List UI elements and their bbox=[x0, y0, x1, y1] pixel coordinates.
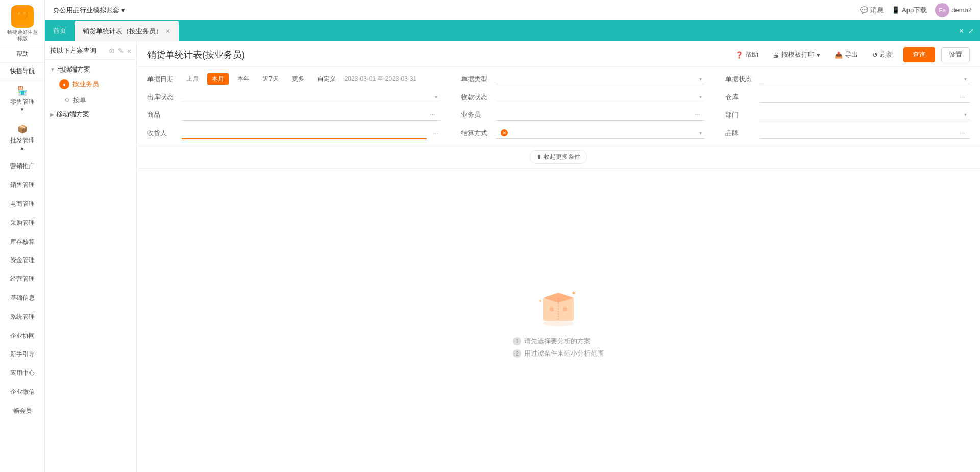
export-label: 导出 bbox=[845, 50, 858, 59]
scheme-salesman-label: 按业务员 bbox=[72, 80, 99, 89]
industry-label: 办公用品行业模拟账套 bbox=[53, 6, 119, 15]
search-menu-label[interactable]: 帮助 bbox=[3, 50, 41, 58]
receipt-status-filter-item: 收款状态 ▾ bbox=[461, 92, 705, 102]
collapse-up-icon: ⬆ bbox=[536, 154, 542, 161]
product-dots[interactable]: ··· bbox=[428, 111, 437, 118]
main-area: 办公用品行业模拟账套 ▾ 💬 消息 📱 App下载 Ea demo2 首页 销货… bbox=[45, 0, 980, 472]
help-icon: ❓ bbox=[735, 51, 743, 59]
hint-text-2: 用过滤条件来缩小分析范围 bbox=[524, 349, 604, 358]
industry-selector[interactable]: 办公用品行业模拟账套 ▾ bbox=[53, 6, 125, 15]
scheme-item-salesman[interactable]: ● 按业务员 bbox=[45, 76, 136, 92]
warehouse-dots[interactable]: ··· bbox=[958, 93, 967, 100]
sidebar-item-ecommerce[interactable]: 电商管理 bbox=[0, 195, 44, 214]
sidebar-quick-nav[interactable]: 快捷导航 bbox=[0, 63, 44, 80]
product-filter-item: 商品 ··· bbox=[147, 109, 440, 121]
hint-text-1: 请先选择要分析的方案 bbox=[524, 337, 591, 346]
doc-type-select[interactable]: ▾ bbox=[496, 74, 705, 84]
user-menu[interactable]: Ea demo2 bbox=[935, 3, 972, 17]
collapse-conditions-button[interactable]: ⬆ 收起更多条件 bbox=[530, 150, 587, 164]
payment-tag-close-icon[interactable]: ✕ bbox=[501, 129, 508, 136]
sidebar-item-sales[interactable]: 销售管理 bbox=[0, 176, 44, 195]
tab-close-icon[interactable]: ✕ bbox=[165, 28, 170, 35]
svg-text:✦: ✦ bbox=[538, 298, 542, 304]
date-label: 单据日期 bbox=[147, 75, 178, 84]
doc-status-filter-item: 单据状态 ▾ bbox=[725, 74, 970, 84]
date-btn-last-month[interactable]: 上月 bbox=[182, 73, 203, 85]
avatar: Ea bbox=[935, 3, 949, 17]
help-button[interactable]: ❓ 帮助 bbox=[731, 48, 763, 61]
tab-report[interactable]: 销货单统计表（按业务员） ✕ bbox=[75, 21, 179, 41]
logo-icon: 🧡 bbox=[11, 5, 34, 28]
salesman-dots[interactable]: ··· bbox=[693, 111, 702, 118]
receipt-status-select[interactable]: ▾ bbox=[496, 92, 705, 102]
close-window-icon[interactable]: ✕ bbox=[959, 27, 964, 35]
receipt-status-arrow-icon: ▾ bbox=[699, 94, 702, 100]
left-panel-header: 按以下方案查询 ⊕ ✎ « bbox=[45, 41, 136, 60]
date-btn-last7[interactable]: 近7天 bbox=[258, 73, 283, 85]
date-btn-more[interactable]: 更多 bbox=[287, 73, 309, 85]
sidebar-item-wechat[interactable]: 企业微信 bbox=[0, 383, 44, 402]
edit-scheme-button[interactable]: ✎ bbox=[118, 46, 124, 55]
add-scheme-button[interactable]: ⊕ bbox=[109, 46, 115, 55]
mobile-scheme-group[interactable]: ▶ 移动端方案 bbox=[45, 108, 136, 121]
sidebar-item-marketing[interactable]: 营销推广 bbox=[0, 157, 44, 176]
sidebar-item-purchase[interactable]: 采购管理 bbox=[0, 214, 44, 232]
product-select[interactable]: ··· bbox=[182, 109, 440, 121]
brand-dots[interactable]: ··· bbox=[958, 129, 967, 136]
sidebar-item-basic[interactable]: 基础信息 bbox=[0, 289, 44, 308]
brand-select[interactable]: ··· bbox=[760, 127, 970, 139]
sidebar-item-wholesale[interactable]: 📦 批发管理 ▲ bbox=[0, 119, 44, 157]
sidebar-search[interactable]: 帮助 bbox=[0, 45, 44, 63]
quick-nav-label[interactable]: 快捷导航 bbox=[3, 67, 41, 76]
sidebar-item-operation[interactable]: 经营管理 bbox=[0, 270, 44, 289]
refresh-label: 刷新 bbox=[880, 50, 893, 59]
salesman-select[interactable]: ··· bbox=[496, 109, 705, 121]
empty-hint-2: 2 用过滤条件来缩小分析范围 bbox=[513, 349, 604, 358]
page-title: 销货单统计表(按业务员) bbox=[147, 49, 245, 61]
user-label: demo2 bbox=[951, 6, 972, 14]
sidebar-item-member[interactable]: 畅会员 bbox=[0, 402, 44, 420]
tab-controls: ✕ ⤢ bbox=[952, 27, 980, 35]
sidebar-item-inventory[interactable]: 库存核算 bbox=[0, 232, 44, 251]
scheme-sub-order[interactable]: ⚙ 按单 bbox=[45, 92, 136, 108]
receiver-dots[interactable]: ··· bbox=[431, 130, 440, 137]
collapse-panel-button[interactable]: « bbox=[127, 46, 131, 55]
department-select[interactable]: ▾ bbox=[760, 110, 970, 120]
sidebar-item-enterprise[interactable]: 企业协同 bbox=[0, 326, 44, 345]
settings-button[interactable]: 设置 bbox=[941, 47, 970, 62]
payment-select[interactable]: ✕ ▾ bbox=[496, 127, 705, 139]
maximize-icon[interactable]: ⤢ bbox=[968, 27, 974, 35]
sidebar-item-retail[interactable]: 🏪 零售管理 ▼ bbox=[0, 80, 44, 119]
out-status-select[interactable]: ▾ bbox=[182, 92, 440, 102]
warehouse-select[interactable]: ··· bbox=[760, 91, 970, 103]
date-filter: 上月 本月 本年 近7天 更多 自定义 2023-03-01 至 2023-03… bbox=[182, 73, 440, 85]
print-dropdown-icon: ▾ bbox=[817, 51, 820, 59]
svg-text:✦: ✦ bbox=[571, 290, 576, 297]
date-btn-custom[interactable]: 自定义 bbox=[313, 73, 340, 85]
doc-status-select[interactable]: ▾ bbox=[760, 74, 970, 84]
query-button[interactable]: 查询 bbox=[903, 47, 935, 62]
sidebar-item-finance[interactable]: 资金管理 bbox=[0, 251, 44, 270]
message-button[interactable]: 💬 消息 bbox=[860, 6, 884, 15]
export-icon: 📤 bbox=[835, 51, 843, 59]
warehouse-label: 仓库 bbox=[725, 92, 756, 102]
date-btn-this-month[interactable]: 本月 bbox=[207, 73, 229, 85]
desktop-scheme-group[interactable]: ▼ 电脑端方案 bbox=[45, 63, 136, 76]
print-button[interactable]: 🖨 按模板打印 ▾ bbox=[769, 48, 824, 61]
doc-type-arrow-icon: ▾ bbox=[699, 76, 702, 82]
active-scheme-dot: ● bbox=[59, 79, 69, 89]
page-header: 销货单统计表(按业务员) ❓ 帮助 🖨 按模板打印 ▾ 📤 导出 bbox=[137, 41, 980, 67]
sidebar-item-newbie[interactable]: 新手引导 bbox=[0, 345, 44, 364]
sidebar-item-apps[interactable]: 应用中心 bbox=[0, 364, 44, 383]
empty-hint-1: 1 请先选择要分析的方案 bbox=[513, 337, 604, 346]
sidebar-item-system[interactable]: 系统管理 bbox=[0, 308, 44, 326]
warehouse-filter-item: 仓库 ··· bbox=[725, 91, 970, 103]
date-btn-this-year[interactable]: 本年 bbox=[233, 73, 254, 85]
receiver-input[interactable] bbox=[182, 127, 427, 139]
tab-home[interactable]: 首页 bbox=[45, 20, 75, 41]
right-content: 销货单统计表(按业务员) ❓ 帮助 🖨 按模板打印 ▾ 📤 导出 bbox=[137, 41, 980, 472]
app-download-button[interactable]: 📱 App下载 bbox=[892, 6, 927, 15]
export-button[interactable]: 📤 导出 bbox=[830, 48, 862, 61]
salesman-label: 业务员 bbox=[461, 110, 492, 120]
refresh-button[interactable]: ↺ 刷新 bbox=[868, 48, 897, 61]
